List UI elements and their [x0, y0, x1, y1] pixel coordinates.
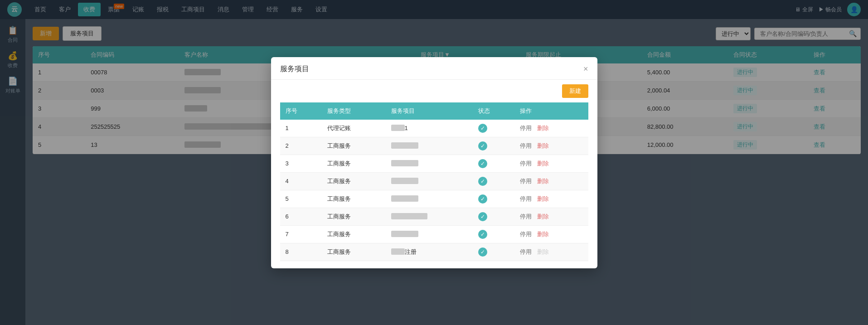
stop-button[interactable]: 停用 — [520, 195, 532, 202]
modal-cell-status: ✓ — [473, 243, 514, 261]
delete-button[interactable]: 删除 — [537, 248, 549, 255]
modal-cell-action: 停用 删除 — [514, 137, 588, 155]
delete-button[interactable]: 删除 — [537, 160, 549, 167]
modal-cell-status: ✓ — [473, 190, 514, 208]
modal-cell-status: ✓ — [473, 225, 514, 243]
modal-title: 服务项目 — [280, 64, 309, 74]
stop-button[interactable]: 停用 — [520, 231, 532, 238]
modal-cell-seq: 2 — [280, 137, 322, 155]
modal-cell-status: ✓ — [473, 137, 514, 155]
modal-toolbar: 新建 — [271, 80, 597, 102]
modal-cell-status: ✓ — [473, 172, 514, 190]
modal-col-action: 操作 — [514, 102, 588, 120]
modal-cell-action: 停用 删除 — [514, 120, 588, 137]
modal-col-type: 服务类型 — [322, 102, 386, 120]
modal-cell-item: 1 — [386, 120, 473, 137]
modal-table-row: 8 工商服务 注册 ✓ 停用 删除 — [280, 243, 588, 261]
stop-button[interactable]: 停用 — [520, 125, 532, 131]
stop-button[interactable]: 停用 — [520, 142, 532, 149]
delete-button[interactable]: 删除 — [537, 125, 549, 131]
modal-table-row: 6 工商服务 ✓ 停用 删除 — [280, 208, 588, 225]
modal-cell-type: 工商服务 — [322, 208, 386, 225]
modal-cell-type: 工商服务 — [322, 190, 386, 208]
modal-cell-item — [386, 190, 473, 208]
modal-cell-item: 注册 — [386, 243, 473, 261]
modal-cell-seq: 1 — [280, 120, 322, 137]
modal-cell-status: ✓ — [473, 155, 514, 172]
modal-table-row: 5 工商服务 ✓ 停用 删除 — [280, 190, 588, 208]
modal-cell-seq: 5 — [280, 190, 322, 208]
modal-cell-item — [386, 225, 473, 243]
modal-cell-status: ✓ — [473, 208, 514, 225]
service-item-modal: 服务项目 × 新建 序号 服务类型 服务项目 状态 操作 — [271, 57, 597, 268]
stop-button[interactable]: 停用 — [520, 160, 532, 167]
modal-cell-type: 工商服务 — [322, 137, 386, 155]
delete-button[interactable]: 删除 — [537, 178, 549, 184]
modal-cell-seq: 6 — [280, 208, 322, 225]
modal-cell-action: 停用 删除 — [514, 155, 588, 172]
modal-cell-type: 代理记账 — [322, 120, 386, 137]
delete-button[interactable]: 删除 — [537, 142, 549, 149]
modal-table-row: 2 工商服务 ✓ 停用 删除 — [280, 137, 588, 155]
delete-button[interactable]: 删除 — [537, 231, 549, 238]
modal-cell-seq: 8 — [280, 243, 322, 261]
modal-cell-action: 停用 删除 — [514, 225, 588, 243]
modal-cell-action: 停用 删除 — [514, 243, 588, 261]
modal-cell-type: 工商服务 — [322, 172, 386, 190]
stop-button[interactable]: 停用 — [520, 248, 532, 255]
modal-cell-seq: 3 — [280, 155, 322, 172]
modal-close-button[interactable]: × — [583, 65, 588, 73]
modal-col-item: 服务项目 — [386, 102, 473, 120]
modal-cell-item — [386, 208, 473, 225]
modal-cell-action: 停用 删除 — [514, 190, 588, 208]
modal-cell-type: 工商服务 — [322, 225, 386, 243]
modal-cell-type: 工商服务 — [322, 155, 386, 172]
modal-overlay: 服务项目 × 新建 序号 服务类型 服务项目 状态 操作 — [0, 0, 868, 325]
modal-new-button[interactable]: 新建 — [562, 84, 588, 98]
modal-cell-action: 停用 删除 — [514, 172, 588, 190]
modal-cell-item — [386, 155, 473, 172]
modal-col-seq: 序号 — [280, 102, 322, 120]
delete-button[interactable]: 删除 — [537, 195, 549, 202]
modal-cell-status: ✓ — [473, 120, 514, 137]
delete-button[interactable]: 删除 — [537, 213, 549, 220]
modal-cell-item — [386, 172, 473, 190]
modal-cell-action: 停用 删除 — [514, 208, 588, 225]
modal-cell-item — [386, 137, 473, 155]
modal-table-row: 3 工商服务 ✓ 停用 删除 — [280, 155, 588, 172]
modal-table-row: 1 代理记账 1 ✓ 停用 删除 — [280, 120, 588, 137]
modal-cell-seq: 4 — [280, 172, 322, 190]
modal-col-status: 状态 — [473, 102, 514, 120]
modal-header: 服务项目 × — [271, 57, 597, 80]
service-items-table: 序号 服务类型 服务项目 状态 操作 1 代理记账 1 ✓ 停用 — [280, 102, 588, 261]
stop-button[interactable]: 停用 — [520, 213, 532, 220]
modal-cell-seq: 7 — [280, 225, 322, 243]
stop-button[interactable]: 停用 — [520, 178, 532, 184]
modal-table-row: 4 工商服务 ✓ 停用 删除 — [280, 172, 588, 190]
modal-table-row: 7 工商服务 ✓ 停用 删除 — [280, 225, 588, 243]
modal-body: 序号 服务类型 服务项目 状态 操作 1 代理记账 1 ✓ 停用 — [271, 102, 597, 268]
modal-cell-type: 工商服务 — [322, 243, 386, 261]
